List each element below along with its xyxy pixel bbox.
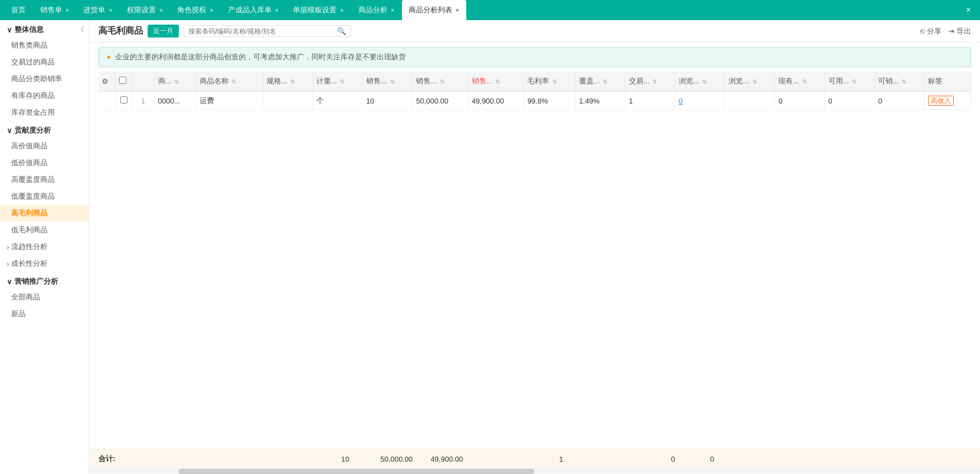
chevron-right-icon: › [7, 243, 9, 251]
nav-analysis[interactable]: 商品分析 × [352, 0, 401, 20]
sidebar-item-category-rate[interactable]: 商品分类助销率 [0, 71, 89, 87]
close-all-button[interactable]: × [962, 5, 976, 15]
sidebar-item-low-value[interactable]: 低价值商品 [0, 154, 89, 171]
sidebar-group-growth-label: 成长性分析 [11, 259, 48, 269]
nav-roles-close[interactable]: × [210, 7, 213, 13]
info-icon: ✦ [106, 53, 112, 62]
info-banner: ✦ 企业的主要的利润都是这部分商品创造的，可考虑加大推广，同时关注库存是不要出现… [98, 47, 971, 67]
footer-total-stock1: 0 [667, 455, 707, 463]
nav-analysis-close[interactable]: × [391, 7, 394, 13]
cell-trade: 1 [625, 91, 675, 110]
sidebar-item-stock-capital[interactable]: 库存资金占用 [0, 104, 89, 121]
sidebar-item-all-goods[interactable]: 全部商品 [0, 289, 89, 306]
sidebar-group-growth[interactable]: › 成长性分析 [0, 255, 89, 272]
footer-cell-empty6 [304, 455, 338, 463]
export-button[interactable]: ⇥ 导出 [948, 26, 971, 36]
cell-stock2: 0 [825, 91, 874, 110]
nav-sales-close[interactable]: × [65, 7, 69, 13]
nav-purchase-close[interactable]: × [108, 7, 112, 13]
footer-total-sales1: 10 [338, 455, 377, 463]
cell-unit: 个 [313, 91, 362, 110]
cell-sales3: 49,900.00 [468, 91, 524, 110]
bottom-scrollbar[interactable] [89, 468, 980, 474]
nav-analysis-list-close[interactable]: × [456, 7, 459, 13]
col-stock2: 可用... ⇅ [825, 72, 874, 91]
nav-roles-label: 角色授权 [177, 5, 206, 15]
nav-home[interactable]: 首页 [4, 0, 32, 20]
nav-finished-goods[interactable]: 产成品入库单 × [221, 0, 285, 20]
sidebar-item-sales-goods[interactable]: 销售类商品 [0, 37, 89, 54]
col-sales2: 销售... ⇅ [413, 72, 468, 91]
nav-analysis-list[interactable]: 商品分析列表 × [402, 0, 466, 20]
sidebar-item-high-coverage[interactable]: 高覆盖度商品 [0, 171, 89, 188]
col-stock1: 现有... ⇅ [775, 72, 825, 91]
sidebar-item-low-coverage[interactable]: 低覆盖度商品 [0, 188, 89, 205]
nav-roles[interactable]: 角色授权 × [171, 0, 220, 20]
nav-finished-goods-close[interactable]: × [275, 7, 278, 13]
footer-cell-empty4 [198, 455, 265, 463]
data-table: ⚙ 商... ⇅ 商品名称 ⇅ 规格... ⇅ 计量... ⇅ 销售... ⇅ … [98, 72, 971, 110]
row-checkbox[interactable] [120, 96, 127, 104]
footer-total-empty2 [517, 455, 556, 463]
col-browse2: 浏览... ⇅ [725, 72, 775, 91]
sidebar-group-trend[interactable]: › 流趋性分析 [0, 238, 89, 255]
table-container[interactable]: ⚙ 商... ⇅ 商品名称 ⇅ 规格... ⇅ 计量... ⇅ 销售... ⇅ … [89, 72, 980, 449]
main-layout: 《 ∨ 整体信息 销售类商品 交易过的商品 商品分类助销率 有库存的商品 库存资… [0, 20, 980, 474]
content-area: 高毛利商品 近一月 🔍 ⎋ 分享 ⇥ 导出 ✦ 企业的主要的利润都是这部分商品创… [89, 20, 980, 474]
footer-total-trade: 1 [556, 455, 589, 463]
col-unit: 计量... ⇅ [313, 72, 362, 91]
share-button[interactable]: ⎋ 分享 [920, 26, 941, 36]
search-input[interactable] [188, 27, 335, 35]
content-header: 高毛利商品 近一月 🔍 ⎋ 分享 ⇥ 导出 [89, 20, 980, 43]
cell-gross-rate: 99.8% [524, 91, 575, 110]
sidebar-group-marketing[interactable]: ∨ 营销推广分析 [0, 272, 89, 289]
chevron-right-icon-2: › [7, 260, 9, 268]
sidebar-item-new-goods[interactable]: 新品 [0, 306, 89, 322]
search-icon[interactable]: 🔍 [337, 27, 346, 35]
col-checkbox [115, 72, 132, 91]
cell-settings [98, 91, 115, 110]
sidebar-item-in-stock[interactable]: 有库存的商品 [0, 87, 89, 104]
sidebar-item-high-value[interactable]: 高价值商品 [0, 138, 89, 154]
sidebar-item-low-margin[interactable]: 低毛利商品 [0, 222, 89, 238]
footer-total-empty4 [628, 455, 667, 463]
nav-permissions-close[interactable]: × [159, 7, 163, 13]
sidebar-group-overall-label: 整体信息 [15, 25, 44, 35]
nav-analysis-list-label: 商品分析列表 [409, 5, 452, 15]
nav-sales[interactable]: 销售单 × [34, 0, 75, 20]
footer-cell-empty5 [265, 455, 304, 463]
nav-purchase-label: 进货单 [83, 5, 105, 15]
col-coverage: 覆盖... ⇅ [575, 72, 625, 91]
cell-num: 1 [132, 91, 154, 110]
cell-checkbox[interactable] [115, 91, 132, 110]
date-filter-button[interactable]: 近一月 [148, 25, 179, 37]
col-settings[interactable]: ⚙ [98, 72, 115, 91]
chevron-down-icon-3: ∨ [7, 278, 12, 286]
sidebar-group-contribution[interactable]: ∨ 贡献度分析 [0, 121, 89, 138]
cell-tag: 高收入 [924, 91, 970, 110]
search-box: 🔍 [183, 25, 351, 37]
chevron-down-icon: ∨ [7, 26, 12, 34]
scrollbar-thumb [178, 469, 534, 474]
sidebar-group-overall[interactable]: ∨ 整体信息 [0, 20, 89, 37]
col-stock3: 可销... ⇅ [874, 72, 924, 91]
sidebar: 《 ∨ 整体信息 销售类商品 交易过的商品 商品分类助销率 有库存的商品 库存资… [0, 20, 89, 474]
sidebar-item-high-margin[interactable]: 高毛利商品 [0, 205, 89, 222]
table-footer: 合计: 10 50,000.00 49,900.00 1 0 0 [89, 449, 980, 468]
cell-coverage: 1.49% [575, 91, 625, 110]
nav-home-label: 首页 [11, 5, 26, 15]
select-all-checkbox[interactable] [119, 77, 126, 84]
nav-template-close[interactable]: × [340, 7, 343, 13]
footer-total-empty3 [589, 455, 628, 463]
footer-total-sales2: 50,000.00 [377, 455, 427, 463]
col-spec: 规格... ⇅ [263, 72, 313, 91]
nav-permissions[interactable]: 权限设置 × [120, 0, 169, 20]
share-icon: ⎋ [920, 27, 925, 35]
nav-template[interactable]: 单据模板设置 × [286, 0, 350, 20]
col-browse1: 浏览... ⇅ [675, 72, 725, 91]
sidebar-collapse-button[interactable]: 《 [77, 25, 84, 35]
sidebar-item-traded-goods[interactable]: 交易过的商品 [0, 54, 89, 71]
nav-purchase[interactable]: 进货单 × [77, 0, 119, 20]
top-nav: 首页 销售单 × 进货单 × 权限设置 × 角色授权 × 产成品入库单 × 单据… [0, 0, 980, 20]
cell-browse1[interactable]: 0 [675, 91, 725, 110]
